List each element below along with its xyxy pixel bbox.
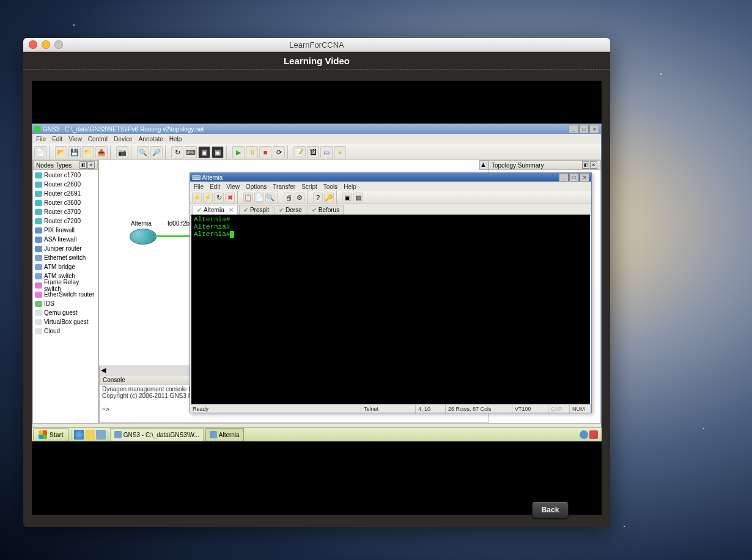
node-type-item[interactable]: EtherSwitch router [34, 290, 97, 299]
menu-file[interactable]: File [36, 136, 46, 142]
terminal-window[interactable]: ⌨ Alternia _ □ ✕ File Edit View Options … [190, 172, 592, 413]
node-type-item[interactable]: IDS [34, 299, 97, 308]
maximize-icon[interactable]: □ [579, 125, 589, 133]
nodes-panel-header[interactable]: Nodes Types ◧✕ [33, 160, 98, 170]
zoom-out-icon[interactable]: 🔎 [150, 146, 163, 158]
desktop-icon[interactable] [96, 430, 106, 440]
console-all-icon[interactable]: ▣ [198, 146, 210, 158]
node-type-item[interactable]: Router c1700 [34, 171, 97, 180]
note-icon[interactable]: 📝 [293, 146, 306, 158]
terminal-tab[interactable]: ✔Beforus [308, 205, 344, 215]
paste-icon[interactable]: 📄 [254, 193, 264, 202]
screenshot-icon[interactable]: 📷 [116, 146, 128, 158]
minimize-icon[interactable]: _ [569, 125, 578, 133]
quick-connect-icon[interactable]: ⚡ [203, 193, 213, 202]
node-type-item[interactable]: Qemu guest [34, 308, 97, 317]
copy-icon[interactable]: 📋 [243, 193, 253, 202]
panel-float-icon[interactable]: ◧ [582, 161, 589, 169]
connect-icon[interactable]: ⚡ [192, 193, 202, 202]
save-icon[interactable]: 💾 [68, 146, 81, 158]
windows-taskbar[interactable]: Start GNS3 - C:\_data\GNS3\W...Alternia [32, 427, 602, 441]
minimize-icon[interactable]: _ [559, 173, 569, 182]
export-icon[interactable]: 📤 [95, 146, 108, 158]
start-button[interactable]: Start [33, 428, 69, 441]
topology-panel-header[interactable]: Topology Summary ◧✕ [488, 160, 600, 170]
terminal-icon[interactable]: ▣ [212, 146, 224, 158]
node-type-item[interactable]: VirtualBox guest [34, 317, 97, 326]
pause-icon[interactable]: ⏸ [246, 146, 258, 158]
menu-help[interactable]: Help [169, 136, 182, 142]
node-type-item[interactable]: Juniper router [34, 244, 97, 253]
close-icon[interactable]: ✕ [580, 173, 589, 182]
term-menu-tools[interactable]: Tools [323, 183, 337, 190]
term-menu-view[interactable]: View [226, 183, 240, 190]
video-player[interactable]: GNS3 - C:\_data\GNS3\NETS\IPv6 Routing v… [32, 81, 602, 515]
new-icon[interactable]: 📄 [34, 146, 46, 158]
menu-device[interactable]: Device [114, 136, 133, 142]
term-menu-file[interactable]: File [194, 183, 204, 190]
help-icon[interactable]: ? [313, 193, 323, 202]
tray-shield-icon[interactable] [589, 430, 598, 439]
node-type-item[interactable]: Router c2600 [34, 180, 97, 189]
zoom-in-icon[interactable]: 🔍 [137, 146, 149, 158]
telnet-icon[interactable]: ⌨ [185, 146, 197, 158]
key-icon[interactable]: 🔑 [324, 193, 334, 202]
term-menu-script[interactable]: Script [301, 183, 317, 190]
terminal-tab[interactable]: ✔Derse [275, 205, 306, 215]
panel-close-icon[interactable]: ✕ [590, 161, 597, 169]
print-icon[interactable]: 🖨 [284, 193, 293, 202]
taskbar-item[interactable]: GNS3 - C:\_data\GNS3\W... [110, 428, 204, 441]
menu-control[interactable]: Control [88, 136, 108, 142]
node-type-item[interactable]: Router c3700 [34, 207, 97, 216]
tab-close-icon[interactable]: ✕ [229, 207, 234, 213]
terminal-output[interactable]: Alternia#Alternia#Alternia# [191, 215, 590, 404]
new-tab-icon[interactable]: ▣ [342, 193, 352, 202]
node-type-item[interactable]: Ethernet switch [34, 253, 97, 262]
reload-icon[interactable]: ⟳ [273, 146, 285, 158]
tray-info-icon[interactable] [580, 430, 588, 439]
terminal-titlebar[interactable]: ⌨ Alternia _ □ ✕ [190, 173, 591, 182]
ie-icon[interactable] [74, 430, 84, 440]
find-icon[interactable]: 🔍 [265, 193, 275, 202]
terminal-menubar[interactable]: File Edit View Options Transfer Script T… [190, 182, 591, 191]
node-type-item[interactable]: Cloud [34, 326, 97, 336]
maximize-icon[interactable]: □ [569, 173, 579, 182]
play-icon[interactable]: ▶ [232, 146, 245, 158]
image-icon[interactable]: 🖼 [307, 146, 319, 158]
node-type-item[interactable]: ASA firewall [34, 235, 97, 244]
nodes-list[interactable]: Router c1700Router c2600Router c2691Rout… [33, 170, 98, 336]
node-type-item[interactable]: Router c3600 [34, 198, 97, 207]
menu-annotate[interactable]: Annotate [139, 136, 163, 142]
explorer-icon[interactable] [85, 430, 95, 440]
term-menu-options[interactable]: Options [246, 183, 267, 190]
node-type-item[interactable]: ATM bridge [34, 262, 97, 271]
term-menu-help[interactable]: Help [344, 183, 356, 190]
gns3-menubar[interactable]: File Edit View Control Device Annotate H… [32, 134, 601, 144]
properties-icon[interactable]: ⚙ [295, 193, 304, 202]
taskbar-item[interactable]: Alternia [205, 428, 244, 441]
stop-icon[interactable]: ■ [259, 146, 271, 158]
panel-float-icon[interactable]: ◧ [79, 161, 87, 169]
term-menu-transfer[interactable]: Transfer [273, 183, 295, 190]
router-icon[interactable] [130, 229, 157, 245]
terminal-tab[interactable]: ✔Prospit [239, 205, 273, 215]
node-type-item[interactable]: Router c2691 [34, 189, 97, 198]
node-type-item[interactable]: Router c7200 [34, 216, 97, 226]
term-menu-edit[interactable]: Edit [210, 183, 220, 190]
node-type-item[interactable]: PIX firewall [34, 226, 97, 235]
ellipse-icon[interactable]: ● [334, 146, 346, 158]
session-icon[interactable]: ▤ [353, 193, 363, 202]
folder-icon[interactable]: 📁 [82, 146, 94, 158]
panel-close-icon[interactable]: ✕ [87, 161, 95, 169]
rectangle-icon[interactable]: ▭ [320, 146, 333, 158]
node-type-item[interactable]: Frame Relay switch [34, 281, 97, 290]
terminal-tab[interactable]: ✔Alternia✕ [193, 205, 238, 215]
gns3-titlebar[interactable]: GNS3 - C:\_data\GNS3\NETS\IPv6 Routing v… [32, 124, 601, 134]
mac-titlebar[interactable]: LearnForCCNA [23, 38, 610, 52]
menu-view[interactable]: View [68, 136, 82, 142]
back-button[interactable]: Back [532, 501, 569, 518]
reconnect-icon[interactable]: ↻ [214, 193, 224, 202]
menu-edit[interactable]: Edit [52, 136, 62, 142]
refresh-icon[interactable]: ↻ [171, 146, 183, 158]
disconnect-icon[interactable]: ✖ [225, 193, 235, 202]
